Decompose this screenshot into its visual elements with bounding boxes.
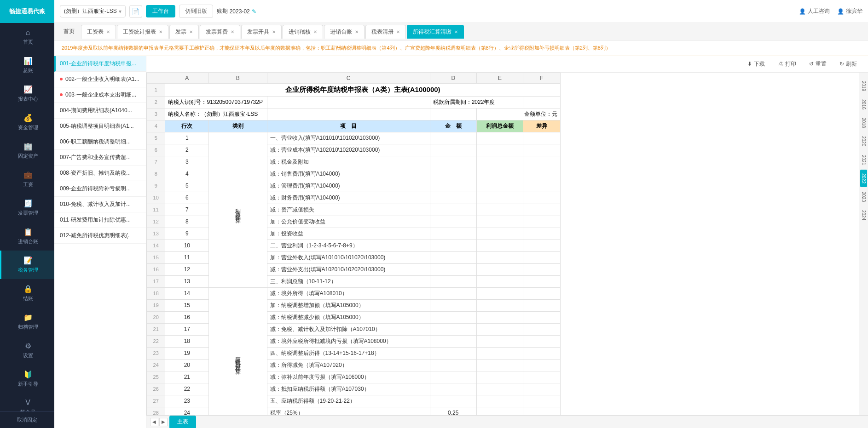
ai-icon: 👤 <box>799 8 806 15</box>
year-item-2020[interactable]: 2020 <box>860 132 867 150</box>
sidebar-item-archive[interactable]: 📁归档管理 <box>0 308 54 336</box>
document-icon-btn[interactable]: 📄 <box>129 5 142 18</box>
year-item-2016[interactable]: 2016 <box>860 96 867 113</box>
taxpayer-id-label: 纳税人识别号： <box>168 99 207 105</box>
print-button[interactable]: 🖨 打印 <box>774 59 800 69</box>
sidebar-item-funds[interactable]: 💰资金管理 <box>0 108 54 137</box>
tab-payroll-stats[interactable]: 工资统计报表✕ <box>117 25 168 39</box>
company-label: (勿删）江西服宝-LSS <box>64 7 117 15</box>
tab-close-tax-clear[interactable]: ✕ <box>396 29 400 34</box>
sidebar-item-sales[interactable]: 📋进销台账 <box>0 222 54 251</box>
download-icon: ⬇ <box>747 61 752 67</box>
sidebar-item-payroll[interactable]: 💼工资 <box>0 165 54 194</box>
payroll-icon: 💼 <box>23 171 33 179</box>
download-button[interactable]: ⬇ 下载 <box>744 59 769 69</box>
sidebar-item-ledger[interactable]: 📊总账 <box>0 51 54 80</box>
table-row: 84减：销售费用(填写A104000) <box>147 168 561 180</box>
sidebar-item-home[interactable]: ⌂首页 <box>0 23 54 51</box>
user-avatar-icon: 👤 <box>837 8 844 15</box>
tab-close-sales-check[interactable]: ✕ <box>313 29 317 34</box>
company-selector[interactable]: (勿删）江西服宝-LSS ▾ <box>60 5 126 17</box>
reset-button[interactable]: ↺ 重置 <box>805 59 830 69</box>
left-panel-item-005[interactable]: 005-纳税调整项目明细表(A1... <box>54 119 146 134</box>
tab-tax-clear[interactable]: 税表清册✕ <box>365 25 406 39</box>
switch-version-button[interactable]: 切到旧版 <box>179 5 213 18</box>
table-row: 1915加：纳税调整增加额（填写A105000） <box>147 299 561 311</box>
left-panel-item-006[interactable]: 006-职工薪酬纳税调整明细... <box>54 134 146 150</box>
table-row: 2521减：弥补以前年度亏损（填写A106000） <box>147 371 561 383</box>
table-row: 62减：营业成本(填写A102010\102020\103000) <box>147 144 561 156</box>
sheet-tab-main[interactable]: 主表 <box>169 416 196 428</box>
tab-payroll[interactable]: 工资表✕ <box>81 25 116 39</box>
sidebar-item-reports[interactable]: 📈报表中心 <box>0 80 54 108</box>
close-icon: 🔒 <box>23 285 33 293</box>
tab-invoice-list[interactable]: 发票✕ <box>169 25 199 39</box>
tab-close-invoice-calc[interactable]: ✕ <box>231 29 234 34</box>
year-item-2021[interactable]: 2021 <box>860 151 867 169</box>
archive-icon: 📁 <box>23 313 33 322</box>
guide-icon: 🔰 <box>23 370 33 379</box>
left-panel-item-011[interactable]: 011-研发费用加计扣除优惠... <box>54 212 146 228</box>
left-panel-item-003[interactable]: 003-一般企业成本支出明细... <box>54 87 146 103</box>
spreadsheet-scroll[interactable]: ABCDEF1企业所得税年度纳税申报表（A类）主表(A100000)2纳税人识别… <box>146 73 859 416</box>
period-selector[interactable]: 账期 2023-02 ✎ <box>217 7 256 15</box>
funds-icon: 💰 <box>23 114 33 122</box>
period-edit-icon[interactable]: ✎ <box>252 8 256 15</box>
sidebar-item-close[interactable]: 🔒结账 <box>0 279 54 308</box>
sheet-nav-prev[interactable]: ◀ <box>150 418 158 426</box>
col-header-C: C <box>267 73 430 83</box>
year-item-2018[interactable]: 2018 <box>860 114 867 131</box>
tab-sales-ledger[interactable]: 进销台账✕ <box>324 25 365 39</box>
left-panel-item-009[interactable]: 009-企业所得税附补亏损明... <box>54 181 146 197</box>
sidebar-item-invoice[interactable]: 🧾发票管理 <box>0 194 54 222</box>
left-panel-item-001[interactable]: 001-企业所得税年度纳税申报... <box>54 56 146 72</box>
col-header-A: A <box>165 73 209 83</box>
tab-close-invoice-list[interactable]: ✕ <box>189 29 193 34</box>
table-row: 2016减：纳税调整减少额（填写A105000） <box>147 311 561 323</box>
sidebar-item-settings[interactable]: ⚙设置 <box>0 336 54 365</box>
settings-icon: ⚙ <box>25 342 31 350</box>
year-item-2024[interactable]: 2024 <box>860 206 867 224</box>
tab-close-income-tax[interactable]: ✕ <box>454 29 458 34</box>
sidebar-item-assets[interactable]: 🏢固定资产 <box>0 137 54 165</box>
print-icon: 🖨 <box>778 61 783 67</box>
table-row: 1511加：营业外收入(填写A101010\101020\103000) <box>147 251 561 263</box>
year-item-2022[interactable]: 2022 <box>860 170 867 187</box>
sidebar-footer[interactable]: 取消固定 <box>0 411 54 428</box>
tab-close-sales-ledger[interactable]: ✕ <box>355 29 359 34</box>
user-profile[interactable]: 👤 徐滨华 <box>837 7 862 15</box>
topbar-right: 👤 人工咨询 👤 徐滨华 <box>799 7 862 15</box>
ai-consult-btn[interactable]: 👤 人工咨询 <box>799 7 830 15</box>
left-panel-item-008[interactable]: 008-资产折旧、摊销及纳税... <box>54 165 146 181</box>
tab-close-payroll[interactable]: ✕ <box>106 29 110 34</box>
left-panel-item-007[interactable]: 007-广告费和业务宣传费超... <box>54 150 146 165</box>
tab-home[interactable]: 首页 <box>58 25 80 38</box>
username: 徐滨华 <box>846 7 862 15</box>
col-label-row: 4行次类别项 目金 额利润总金额差异 <box>147 120 561 132</box>
left-panel-item-012[interactable]: 012-减免所得税优惠明细表(. <box>54 228 146 244</box>
warning-bar: 2019年度步及取以前年度结转数据的申报表单元格需要手工维护正确，才能保证本年及… <box>54 40 868 56</box>
sidebar-item-tax[interactable]: 📝税务管理 <box>0 251 54 279</box>
tab-invoice-open[interactable]: 发票开具✕ <box>241 25 282 39</box>
tab-income-tax[interactable]: 所得税汇算清缴✕ <box>407 25 464 39</box>
table-row: 2622减：抵扣应纳税所得额（填写A107030） <box>147 383 561 395</box>
tab-close-payroll-stats[interactable]: ✕ <box>159 29 162 34</box>
left-panel-item-002[interactable]: 002-一般企业收入明细表(A1... <box>54 72 146 87</box>
left-panel-item-004[interactable]: 004-期间费用明细表(A1040... <box>54 103 146 119</box>
invoice-icon: 🧾 <box>23 199 33 208</box>
sheet-nav-next[interactable]: ▶ <box>159 418 168 426</box>
error-indicator <box>60 93 63 96</box>
year-item-2023[interactable]: 2023 <box>860 188 867 205</box>
table-row: 73减：税金及附加 <box>147 156 561 168</box>
tab-invoice-calc[interactable]: 发票算费✕ <box>200 25 240 39</box>
refresh-button[interactable]: ↻ 刷新 <box>836 59 861 69</box>
left-panel-item-010[interactable]: 010-免税、减计收入及加计... <box>54 197 146 212</box>
sidebar-item-guide[interactable]: 🔰新手引导 <box>0 365 54 393</box>
workspace-button[interactable]: 工作台 <box>146 5 175 17</box>
tab-close-invoice-open[interactable]: ✕ <box>272 29 276 34</box>
sidebar-item-member[interactable]: V畅会员 <box>0 393 54 411</box>
tab-sales-check[interactable]: 进销稽核✕ <box>283 25 323 39</box>
year-sidebar: 20192016201820202021202220232024 <box>859 73 868 416</box>
year-item-2019[interactable]: 2019 <box>860 77 867 95</box>
table-row: 2117减：免税、减计收入及加计扣除（A107010） <box>147 323 561 335</box>
